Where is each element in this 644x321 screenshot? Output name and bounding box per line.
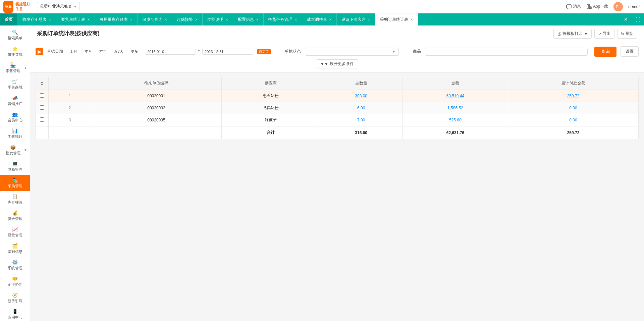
sidebar-item-ops-mgmt[interactable]: 📈 经营管理 <box>0 224 30 240</box>
close-tab-cost-adjust[interactable]: ✕ <box>329 18 332 21</box>
filter-row-1: ▶ 单据日期 上月 本月 本年 近7天 更多 至 自定义 单据状态 <box>36 46 639 57</box>
tab-home[interactable]: 首页 <box>0 13 18 25</box>
refresh-button[interactable]: ↻ 刷新 <box>617 29 637 39</box>
date-btn-last-month[interactable]: 上月 <box>67 48 80 55</box>
col-row-num <box>49 77 91 90</box>
footer-main-qty: 316.00 <box>320 126 402 139</box>
maximize-button[interactable]: ⛶ <box>632 13 644 25</box>
retail-mgmt-icon: 🏪 <box>10 62 16 68</box>
amount[interactable]: 525.80 <box>402 114 508 126</box>
app-download-button[interactable]: App下载 <box>586 4 608 9</box>
tab-function-desc[interactable]: 功能说明 ✕ <box>203 13 233 25</box>
marketing-icon: 📣 <box>12 95 18 101</box>
close-all-tabs-button[interactable]: ✕ <box>620 13 632 25</box>
tab-receive-send[interactable]: 收发存汇总表 ✕ <box>18 13 56 25</box>
col-settings[interactable]: ⚙ <box>36 77 49 90</box>
status-selector[interactable]: ▼ <box>305 48 399 56</box>
close-tab-config-info[interactable]: ✕ <box>256 18 259 21</box>
date-btn-this-year[interactable]: 本年 <box>97 48 109 55</box>
close-tab-receive-send[interactable]: ✕ <box>49 18 51 21</box>
goods-input[interactable]: ··· <box>425 48 588 56</box>
expand-more-button[interactable]: ▼▼ 展开更多条件 <box>316 59 358 68</box>
top-bar: 标版 畅捷通好生意 母婴行业演示账套 ▼ 消息 App下载 Ea demo2 <box>0 0 644 13</box>
tab-invite-downstream[interactable]: 邀请下游客户 ✕ <box>337 13 375 25</box>
sidebar-item-wholesale-mgmt[interactable]: 📦 批发管理 ▼ <box>0 142 30 158</box>
supplier-code: 00020005 <box>91 114 222 126</box>
sidebar-item-member-center[interactable]: 👥 会员中心 <box>0 109 30 125</box>
paid-amount[interactable]: 0.00 <box>508 102 639 114</box>
row-checkbox[interactable] <box>36 114 49 126</box>
sidebar-item-marketing[interactable]: 📣 营销推广 <box>0 93 30 109</box>
sidebar-item-retail-mall[interactable]: 🛒 零售商城 <box>0 76 30 93</box>
date-to-input[interactable] <box>202 49 253 55</box>
date-btn-this-month[interactable]: 本月 <box>82 48 95 55</box>
tab-task-mgmt[interactable]: 拣货任务管理 ✕ <box>264 13 302 25</box>
paid-amount[interactable]: 259.72 <box>508 90 639 102</box>
close-tab-inventory-account[interactable]: ✕ <box>130 18 132 21</box>
custom-tag: 自定义 <box>257 49 271 54</box>
template-print-button[interactable]: 🖨 按模板打印 ▼ <box>553 29 592 39</box>
tab-cost-adjust[interactable]: 成本调整单 ✕ <box>302 13 337 25</box>
app-center-icon: 📱 <box>12 309 18 314</box>
settings-button[interactable]: 设置 <box>621 46 639 57</box>
basic-info-icon: 🗂️ <box>12 243 18 249</box>
footer-label: 合计 <box>221 126 320 139</box>
row-num: 1 <box>49 90 91 102</box>
close-tab-expiry-query[interactable]: ✕ <box>164 18 167 21</box>
tab-expiry-query[interactable]: 保质期查询 ✕ <box>138 13 172 25</box>
page-header: 采购订单统计表(按供应商) 🖨 按模板打印 ▼ ↗ 导出 ↻ 刷新 <box>30 25 644 42</box>
paid-amount[interactable]: 0.00 <box>508 114 639 126</box>
main-qty[interactable]: 303.00 <box>320 90 402 102</box>
close-tab-overstock[interactable]: ✕ <box>195 18 198 21</box>
close-tab-task-mgmt[interactable]: ✕ <box>294 18 297 21</box>
logo-text: 畅捷通好生意 <box>15 2 34 11</box>
date-btn-7days[interactable]: 近7天 <box>111 48 126 55</box>
sidebar-item-new-guide[interactable]: 🧭 新手引导 <box>0 290 30 306</box>
tab-config-info[interactable]: 配置信息 ✕ <box>233 13 264 25</box>
tab-inventory-account[interactable]: 可用量库存账本 ✕ <box>95 13 138 25</box>
row-checkbox[interactable] <box>36 90 49 102</box>
table-row: 3 00020005 好孩子 7.00 525.80 0.00 <box>36 114 639 126</box>
tab-overstock[interactable]: 超储预警 ✕ <box>172 13 203 25</box>
main-qty[interactable]: 7.00 <box>320 114 402 126</box>
avatar[interactable]: Ea <box>613 2 623 11</box>
workspace-selector[interactable]: 母婴行业演示账套 ▼ <box>37 2 80 11</box>
retail-mgmt-arrow-icon: ▲ <box>24 66 27 70</box>
sys-mgmt-icon: ⚙️ <box>12 260 18 265</box>
sidebar-item-ecommerce[interactable]: 💻 电商管理 <box>0 158 30 175</box>
date-btn-more[interactable]: 更多 <box>128 48 141 55</box>
tab-order-summary[interactable]: 要货单统计表 ✕ <box>56 13 95 25</box>
query-button[interactable]: 查询 <box>594 47 616 57</box>
tab-purchase-summary[interactable]: 采购订单统计表 ✕ <box>375 13 418 25</box>
sidebar-item-quick-nav[interactable]: ⭐ 快捷导航 <box>0 43 30 60</box>
close-tab-invite-downstream[interactable]: ✕ <box>368 18 370 21</box>
sidebar-item-app-center[interactable]: 📱 应用中心 <box>0 306 30 321</box>
amount[interactable]: 60,519.44 <box>402 90 508 102</box>
close-tab-order-summary[interactable]: ✕ <box>87 18 90 21</box>
sidebar-item-search[interactable]: 🔍 搜索菜单 <box>0 27 30 43</box>
sidebar-item-basic-info[interactable]: 🗂️ 基础信息 <box>0 240 30 257</box>
export-button[interactable]: ↗ 导出 <box>594 29 614 39</box>
close-tab-function-desc[interactable]: ✕ <box>225 18 228 21</box>
sidebar-item-inventory[interactable]: 📋 库存核算 <box>0 191 30 208</box>
sidebar-item-retail-stats[interactable]: 📊 零售统计 <box>0 125 30 142</box>
sidebar-item-enterprise[interactable]: 🤝 企业协同 <box>0 273 30 290</box>
printer-icon: 🖨 <box>557 32 561 36</box>
sidebar-item-finance[interactable]: 💰 资金管理 <box>0 208 30 224</box>
date-from-input[interactable] <box>145 49 196 55</box>
export-icon: ↗ <box>598 32 601 36</box>
amount[interactable]: 1,586.52 <box>402 102 508 114</box>
message-button[interactable]: 消息 <box>566 4 581 9</box>
col-supplier-code: 往来单位编码 <box>91 77 222 90</box>
close-tab-purchase-summary[interactable]: ✕ <box>410 18 413 21</box>
status-arrow-icon: ▼ <box>392 49 396 54</box>
filter-toggle-button[interactable]: ▶ <box>36 48 43 55</box>
main-qty[interactable]: 6.00 <box>320 102 402 114</box>
row-checkbox[interactable] <box>36 102 49 114</box>
sidebar-item-purchase-mgmt[interactable]: 🛍️ 采购管理 <box>0 175 30 191</box>
sidebar-item-sys-mgmt[interactable]: ⚙️ 系统管理 <box>0 257 30 273</box>
col-supplier-name: 供应商 <box>221 77 320 90</box>
supplier-name: 飞鹤奶粉 <box>221 102 320 114</box>
sidebar-item-retail-mgmt[interactable]: 🏪 零售管理 ▲ <box>0 60 30 76</box>
supplier-name: 惠氏奶粉 <box>221 90 320 102</box>
